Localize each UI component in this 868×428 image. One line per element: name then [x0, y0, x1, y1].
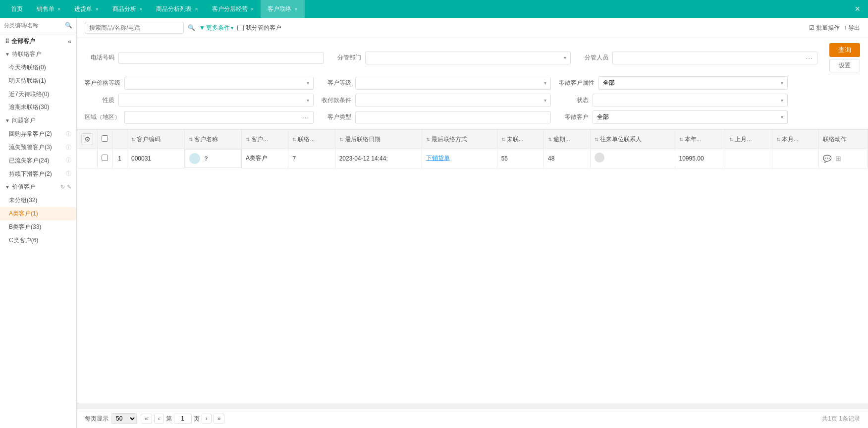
filter-status-select[interactable]: ▾ — [593, 94, 788, 107]
col-last-date[interactable]: ⇅最后联络日期 — [335, 130, 422, 149]
pagination-right: 共1页 1条记录 — [822, 415, 860, 423]
sidebar-item-tomorrow[interactable]: 明天待联络(1) — [0, 74, 76, 88]
sidebar-item-ungrouped[interactable]: 未分组(32) — [0, 194, 76, 207]
chat-icon[interactable]: 💬 — [823, 155, 831, 162]
query-btn[interactable]: 查询 — [829, 43, 860, 57]
sidebar-item-a-class[interactable]: A类客户(1) — [0, 207, 76, 220]
filter-payment-select[interactable]: ▾ — [355, 94, 550, 107]
sidebar-item-declining[interactable]: 持续下滑客户(2) ⓘ — [0, 167, 76, 181]
col-contact[interactable]: ⇅联络... — [288, 130, 335, 149]
col-unit-contact[interactable]: ⇅往来单位联系人 — [591, 130, 675, 149]
close-customer-contact-tab[interactable]: × — [294, 6, 297, 12]
filter-scatter-attr-label: 零散客户属性 — [559, 79, 595, 87]
nav-tab-analysis[interactable]: 商品分析 × — [106, 0, 149, 18]
filter-scatter-customer-select[interactable]: 全部 ▾ — [593, 110, 788, 124]
row-checkbox[interactable] — [102, 155, 108, 161]
page-number-input[interactable] — [174, 414, 192, 424]
col-code[interactable]: ⇅客户编码 — [127, 130, 185, 149]
filter-customer-type: 客户类型 — [322, 111, 550, 123]
nav-tab-purchase[interactable]: 进货单 × — [67, 0, 105, 18]
sidebar-item-churn-warning[interactable]: 流失预警客户(3) ⓘ — [0, 141, 76, 154]
filter-region-select[interactable]: ··· — [124, 111, 314, 124]
nav-tab-customer-segment[interactable]: 客户分层经营 × — [205, 0, 261, 18]
more-conditions-btn[interactable]: ▼ 更多条件 ▾ — [199, 24, 233, 32]
export-icon: ↑ — [844, 24, 847, 31]
row-settings-cell — [77, 149, 98, 168]
nav-tab-sales[interactable]: 销售单 × — [30, 0, 67, 18]
filter-scatter-attr-select[interactable]: 全部 ▾ — [598, 76, 788, 90]
search-input[interactable] — [85, 22, 184, 34]
row-last-method-cell[interactable]: 下销货单 — [422, 149, 497, 168]
sidebar-item-overdue[interactable]: 逾期未联络(30) — [0, 101, 76, 114]
col-overdue[interactable]: ⇅逾期... — [543, 130, 590, 149]
col-settings[interactable]: ⚙ — [77, 130, 98, 149]
edit-icon[interactable]: ✎ — [67, 184, 71, 190]
filter-row-1: 电话号码 分管部门 ▾ 分管人员 ··· 查询 — [85, 43, 860, 72]
export-btn[interactable]: ↑ 导出 — [844, 24, 860, 32]
sidebar-item-today[interactable]: 今天待联络(0) — [0, 61, 76, 74]
my-customers-checkbox[interactable] — [237, 25, 244, 31]
gear-icon[interactable]: ⚙ — [81, 133, 93, 145]
close-analysis-list-tab[interactable]: × — [195, 6, 198, 12]
col-this-month[interactable]: ⇅本月... — [772, 130, 818, 149]
close-sales-tab[interactable]: × — [57, 6, 60, 12]
last-method-link[interactable]: 下销货单 — [426, 155, 450, 161]
filter-customer-level-select[interactable]: ▾ — [355, 77, 550, 90]
last-page-btn[interactable]: » — [214, 414, 225, 424]
filter-phone: 电话号码 — [85, 52, 324, 64]
filter-manager-select[interactable]: ··· — [612, 52, 817, 64]
nav-home[interactable]: 首页 — [4, 0, 30, 18]
filter-customer-level-label: 客户等级 — [322, 79, 351, 87]
next-page-btn[interactable]: › — [202, 414, 212, 424]
col-this-year[interactable]: ⇅本年... — [675, 130, 725, 149]
nav-tab-customer-contact[interactable]: 客户联络 × — [261, 0, 304, 18]
col-name[interactable]: ⇅客户名称 — [184, 130, 242, 149]
sidebar-all-customers[interactable]: ⠿ 全部客户 « — [0, 33, 76, 48]
pagination-left: 每页显示 50 100 200 — [85, 413, 137, 424]
col-not-contact[interactable]: ⇅未联... — [497, 130, 543, 149]
close-customer-segment-tab[interactable]: × — [251, 6, 254, 12]
search-icon[interactable]: 🔍 — [188, 24, 195, 31]
collapse-sidebar-icon[interactable]: « — [68, 38, 71, 45]
select-all-checkbox[interactable] — [102, 135, 108, 142]
qr-icon[interactable]: ⊞ — [835, 155, 841, 162]
sidebar-search-input[interactable] — [4, 22, 63, 28]
sidebar-search-icon[interactable]: 🔍 — [65, 22, 72, 29]
bottom-scrollbar[interactable] — [77, 403, 868, 409]
col-last-method[interactable]: ⇅最后联络方式 — [422, 130, 497, 149]
col-last-month[interactable]: ⇅上月... — [725, 130, 772, 149]
sidebar-group-pending[interactable]: ▼ 待联络客户 — [0, 48, 76, 61]
close-analysis-tab[interactable]: × — [139, 6, 142, 12]
filter-dept-select[interactable]: ▾ — [365, 52, 570, 64]
scroll-area[interactable]: ⚙ ⇅客户编码 ⇅客户名称 ⇅客户... ⇅联络... ⇅最后联络日期 ⇅最后 — [77, 129, 868, 403]
page-size-select[interactable]: 50 100 200 — [111, 413, 137, 424]
sidebar-item-churned[interactable]: 已流失客户(24) ⓘ — [0, 154, 76, 167]
filter-phone-label: 电话号码 — [85, 54, 114, 62]
settings-btn[interactable]: 设置 — [829, 59, 860, 72]
close-all-tabs[interactable]: × — [851, 4, 864, 14]
row-contact-cell: 7 — [288, 149, 335, 168]
close-purchase-tab[interactable]: × — [95, 6, 98, 12]
filter-phone-input[interactable] — [118, 52, 324, 64]
sidebar-item-repurchase-abnormal[interactable]: 回购异常客户(2) ⓘ — [0, 127, 76, 141]
info-icon: ⓘ — [66, 130, 71, 138]
prev-page-btn[interactable]: ‹ — [154, 414, 164, 424]
sidebar-item-c-class[interactable]: C类客户(6) — [0, 234, 76, 247]
sidebar-group-value[interactable]: ▼ 价值客户 ↻ ✎ — [0, 180, 76, 194]
nav-tab-analysis-list[interactable]: 商品分析列表 × — [149, 0, 205, 18]
my-customers-label[interactable]: 我分管的客户 — [237, 24, 281, 32]
filter-nature-select[interactable]: ▾ — [118, 94, 314, 107]
filter-price-level: 客户价格等级 ▾ — [85, 77, 314, 90]
sidebar-item-b-class[interactable]: B类客户(33) — [0, 220, 76, 234]
row-checkbox-cell[interactable] — [98, 149, 112, 168]
col-type[interactable]: ⇅客户... — [242, 130, 288, 149]
batch-op-btn[interactable]: ☑ 批量操作 — [809, 24, 840, 32]
first-page-btn[interactable]: « — [141, 414, 152, 424]
sidebar-group-problem[interactable]: ▼ 问题客户 — [0, 114, 76, 127]
refresh-icon[interactable]: ↻ — [60, 184, 65, 190]
sidebar-item-week[interactable]: 近7天待联络(0) — [0, 88, 76, 101]
filter-customer-type-input[interactable] — [355, 111, 550, 123]
info-icon: ⓘ — [66, 144, 71, 151]
filter-price-level-select[interactable]: ▾ — [124, 77, 314, 90]
dropdown-icon: ▾ — [564, 55, 566, 60]
